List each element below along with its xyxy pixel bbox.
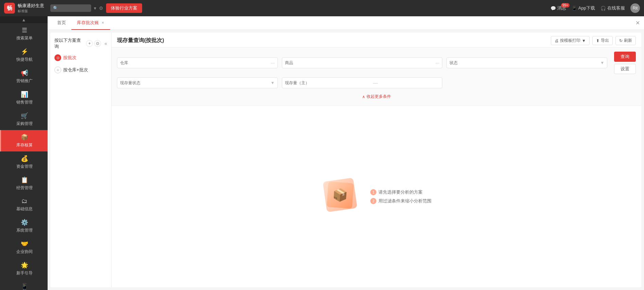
topbar-actions: 💬 消息 99+ 📱 App下载 🎧 在线客服 Rit <box>550 3 640 13</box>
empty-tip-1: 1 请先选择要分析的方案 <box>370 189 431 195</box>
left-panel: 按以下方案查询 + ⊙ « ⊙ 按批次 ○ 按仓库+批次 <box>50 33 112 287</box>
collapse-panel-button[interactable]: « <box>104 41 107 46</box>
sidebar-item-finance[interactable]: 💰 资金管理 <box>0 151 48 173</box>
sidebar: ▲ ☰ 搜索菜单 ⚡ 快捷导航 📢 营销推广 📊 销售管理 🛒 采购管理 📦 库… <box>0 16 48 290</box>
stock-qty-to-input[interactable] <box>380 80 439 85</box>
system-icon: ⚙️ <box>21 219 28 226</box>
product-label: 商品 <box>285 60 293 66</box>
stock-qty-from-input[interactable] <box>311 80 371 85</box>
sidebar-item-collab[interactable]: 🤝 企业协同 <box>0 237 48 258</box>
stock-status-arrow-icon[interactable]: ▼ <box>271 80 275 85</box>
status-input[interactable] <box>460 60 598 65</box>
plan-warehouse-batch-icon: ○ <box>54 67 61 73</box>
add-plan-button[interactable]: + <box>86 40 93 47</box>
refresh-icon: ↻ <box>619 38 623 43</box>
collapse-filters-button[interactable]: ∧ 收起更多条件 <box>117 92 636 102</box>
plan-item-warehouse-batch[interactable]: ○ 按仓库+批次 <box>50 64 111 76</box>
sidebar-item-appstore[interactable]: 📱 应用中心 <box>0 279 48 290</box>
status-arrow-icon[interactable]: ▼ <box>600 60 604 65</box>
export-button[interactable]: ⬆ 导出 <box>592 36 613 45</box>
message-badge: 99+ <box>561 3 570 7</box>
sidebar-item-marketing[interactable]: 📢 营销推广 <box>0 66 48 87</box>
settings-plan-button[interactable]: ⊙ <box>94 40 101 47</box>
sidebar-item-label: 搜索菜单 <box>16 35 33 41</box>
sidebar-item-label: 经营管理 <box>16 185 33 191</box>
app-logo: 畅 <box>4 3 15 14</box>
sidebar-item-system[interactable]: ⚙️ 系统管理 <box>0 215 48 237</box>
sidebar-item-quicknav[interactable]: ⚡ 快捷导航 <box>0 44 48 66</box>
filter-settings-button[interactable]: 设置 <box>614 64 636 74</box>
tip-1-number: 1 <box>370 189 376 195</box>
product-input[interactable] <box>295 60 434 65</box>
collapse-icon: ∧ <box>362 94 365 99</box>
print-label: 按模板打印 <box>560 38 580 43</box>
tab-close-icon[interactable]: × <box>101 20 105 26</box>
stock-status-filter: 现存量状态 ▼ <box>117 77 278 88</box>
topbar-gear-icon[interactable]: ⚙ <box>99 5 103 11</box>
page-title-bar: 现存量查询(按批次) 🖨 按模板打印 ▼ ⬆ 导出 ↻ <box>112 33 641 48</box>
quicknav-icon: ⚡ <box>21 48 28 55</box>
print-button[interactable]: 🖨 按模板打印 ▼ <box>551 36 590 45</box>
close-window-icon[interactable]: ✕ <box>635 20 640 26</box>
right-panel: 现存量查询(按批次) 🖨 按模板打印 ▼ ⬆ 导出 ↻ <box>112 33 641 287</box>
app-download-action[interactable]: 📱 App下载 <box>572 5 595 11</box>
warehouse-more-icon[interactable]: ··· <box>271 60 275 66</box>
tab-inventory-batch[interactable]: 库存批次账 × <box>71 16 110 30</box>
warehouse-filter: 仓库 ··· <box>117 57 278 68</box>
stock-qty-label: 现存量（主） <box>285 80 309 86</box>
empty-state: 📦 1 请先选择要分析的方案 2 用过滤条件来缩小分析范围 <box>112 106 641 287</box>
avatar-text: Rit <box>633 6 638 11</box>
stock-status-label: 现存量状态 <box>120 80 140 86</box>
sidebar-item-inventory[interactable]: 📦 库存核算 <box>0 130 48 151</box>
warehouse-input[interactable] <box>130 60 269 65</box>
print-icon: 🖨 <box>555 38 559 43</box>
tab-close-extra[interactable]: ✕ <box>635 19 640 26</box>
newbie-icon: 🌟 <box>21 261 28 269</box>
sidebar-item-operations[interactable]: 📋 经营管理 <box>0 173 48 194</box>
marketing-icon: 📢 <box>21 69 28 77</box>
sidebar-item-purchase[interactable]: 🛒 采购管理 <box>0 109 48 130</box>
messages-action[interactable]: 💬 消息 99+ <box>550 5 566 11</box>
plan-warehouse-batch-label: 按仓库+批次 <box>63 67 88 73</box>
tab-inventory-batch-label: 库存批次账 <box>77 20 99 26</box>
stock-qty-filter: 现存量（主） — <box>282 77 443 88</box>
topbar-dropdown-icon[interactable]: ▾ <box>94 5 96 11</box>
sidebar-item-sales[interactable]: 📊 销售管理 <box>0 87 48 109</box>
product-more-icon[interactable]: ··· <box>436 60 440 66</box>
empty-box-face: 📦 <box>326 181 354 209</box>
toolbar-actions: 🖨 按模板打印 ▼ ⬆ 导出 ↻ 刷新 <box>551 36 636 45</box>
sales-icon: 📊 <box>21 91 28 98</box>
tab-home[interactable]: 首页 <box>52 16 71 30</box>
refresh-button[interactable]: ↻ 刷新 <box>615 36 636 45</box>
headset-icon: 🎧 <box>600 6 606 11</box>
refresh-label: 刷新 <box>624 38 632 43</box>
user-avatar[interactable]: Rit <box>630 3 640 13</box>
purchase-icon: 🛒 <box>21 112 28 120</box>
plan-item-batch[interactable]: ⊙ 按批次 <box>50 52 111 64</box>
topbar-search[interactable]: 🔍 <box>50 4 91 12</box>
empty-box-container: 📦 <box>321 176 362 217</box>
sidebar-item-label: 销售管理 <box>16 99 33 105</box>
main-layout: ▲ ☰ 搜索菜单 ⚡ 快捷导航 📢 营销推广 📊 销售管理 🛒 采购管理 📦 库… <box>0 16 644 290</box>
sidebar-item-search[interactable]: ☰ 搜索菜单 <box>0 23 48 44</box>
sidebar-item-newbie[interactable]: 🌟 新手引导 <box>0 258 48 279</box>
empty-tips: 1 请先选择要分析的方案 2 用过滤条件来缩小分析范围 <box>370 189 431 204</box>
content-area: 首页 库存批次账 × ✕ 按以下方案查询 + ⊙ « <box>48 16 644 290</box>
online-support-label: 在线客服 <box>607 5 625 11</box>
search-menu-icon: ☰ <box>22 26 27 34</box>
sidebar-item-label: 新手引导 <box>16 270 33 276</box>
stock-status-input[interactable] <box>142 80 269 85</box>
tab-home-label: 首页 <box>57 20 66 26</box>
plan-header-label: 按以下方案查询 <box>54 37 84 50</box>
online-support-action[interactable]: 🎧 在线客服 <box>600 5 625 11</box>
appstore-icon: 📱 <box>21 283 28 290</box>
sidebar-scroll-up[interactable]: ▲ <box>0 16 48 23</box>
app-download-label: App下载 <box>578 5 595 11</box>
sidebar-item-label: 营销推广 <box>16 78 33 84</box>
trial-button[interactable]: 体验行业方案 <box>106 3 142 13</box>
basics-icon: 🗂 <box>21 198 28 205</box>
tip-2-text: 用过滤条件来缩小分析范围 <box>378 198 431 204</box>
query-button[interactable]: 查询 <box>614 52 636 62</box>
operations-icon: 📋 <box>21 176 28 184</box>
sidebar-item-basics[interactable]: 🗂 基础信息 <box>0 194 48 215</box>
